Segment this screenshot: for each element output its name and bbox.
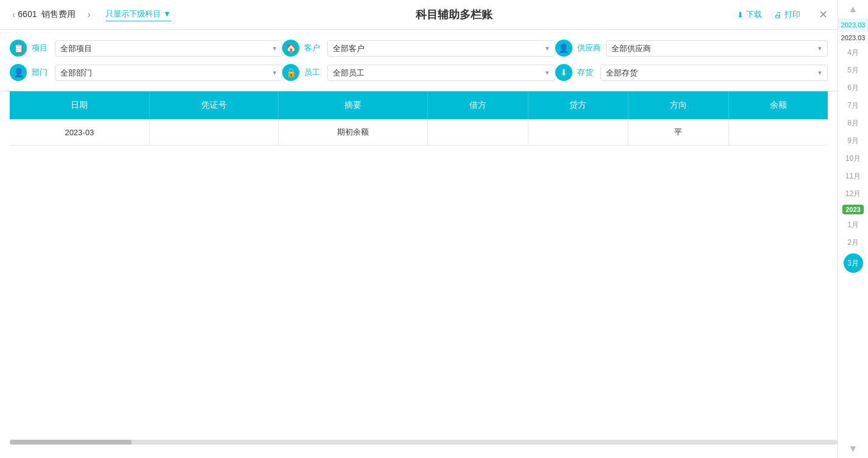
side-month-11[interactable]: 11月 <box>838 167 868 185</box>
cell-date: 2023-03 <box>10 119 149 146</box>
side-month-7[interactable]: 7月 <box>838 97 868 114</box>
supplier-filter: 👤 供应商 全部供应商 <box>555 36 828 60</box>
side-month-8[interactable]: 8月 <box>838 114 868 132</box>
download-icon: ⬇ <box>737 10 744 19</box>
side-month-2[interactable]: 2月 <box>838 234 868 252</box>
side-date-header[interactable]: 2023.03 <box>838 18 868 32</box>
download-btn[interactable]: ⬇ 下载 <box>737 9 762 20</box>
page-title: 科目辅助多栏账 <box>171 7 737 22</box>
col-summary: 摘要 <box>279 91 428 119</box>
col-direction: 方向 <box>628 91 729 119</box>
supplier-select[interactable]: 全部供应商 <box>606 40 828 57</box>
department-label: 部门 <box>32 67 50 78</box>
side-month-10[interactable]: 10月 <box>838 150 868 167</box>
department-filter: 👤 部门 全部部门 <box>10 60 282 85</box>
col-balance: 余额 <box>728 91 828 119</box>
project-label: 项目 <box>32 43 50 54</box>
side-panel: ▲ 2023.03 2023.03 4月 5月 6月 7月 8月 9月 10月 … <box>838 0 868 458</box>
cell-voucher <box>149 119 279 146</box>
prev-account-btn[interactable]: ‹ <box>10 9 18 20</box>
side-month-4[interactable]: 4月 <box>838 44 868 62</box>
download-label: 下载 <box>746 9 762 20</box>
employee-label: 员工 <box>304 67 322 78</box>
show-sub-arrow: ▼ <box>163 9 171 18</box>
inventory-select[interactable]: 全部存货 <box>600 65 828 81</box>
side-current-date[interactable]: 2023.03 <box>838 32 868 44</box>
scroll-thumb[interactable] <box>10 440 132 445</box>
customer-icon: 🏠 <box>282 40 299 57</box>
employee-icon: 🔒 <box>282 64 299 81</box>
inventory-filter: ⬇ 存货 全部存货 <box>555 60 828 85</box>
cell-debit <box>428 119 528 146</box>
side-down-btn[interactable]: ▼ <box>838 440 868 458</box>
employee-filter: 🔒 员工 全部员工 <box>282 60 555 85</box>
side-month-3-active[interactable]: 3月 <box>844 253 863 273</box>
show-sub-label: 只显示下级科目 <box>105 9 161 19</box>
print-label: 打印 <box>784 9 800 20</box>
customer-filter: 🏠 客户 全部客户 <box>282 36 555 60</box>
print-icon: 🖨 <box>774 10 782 19</box>
project-select[interactable]: 全部项目 <box>55 40 282 57</box>
inventory-label: 存货 <box>577 67 596 78</box>
supplier-label: 供应商 <box>577 43 601 54</box>
employee-select[interactable]: 全部员工 <box>327 65 555 81</box>
cell-balance <box>728 119 828 146</box>
cell-direction: 平 <box>628 119 729 146</box>
show-sub-filter[interactable]: 只显示下级科目 ▼ <box>105 9 171 21</box>
ledger-table: 日期 凭证号 摘要 借方 贷方 方向 余额 2023-03期初余额平 <box>10 91 828 146</box>
side-month-1[interactable]: 1月 <box>838 216 868 234</box>
next-account-btn[interactable]: › <box>85 9 93 20</box>
cell-summary: 期初余额 <box>279 119 428 146</box>
side-month-12[interactable]: 12月 <box>838 185 868 203</box>
horizontal-scrollbar[interactable] <box>10 440 838 445</box>
col-voucher: 凭证号 <box>149 91 279 119</box>
side-up-btn[interactable]: ▲ <box>838 0 868 18</box>
project-filter: 📋 项目 全部项目 <box>10 36 282 60</box>
side-month-6[interactable]: 6月 <box>838 79 868 97</box>
side-month-5[interactable]: 5月 <box>838 62 868 79</box>
inventory-icon: ⬇ <box>555 64 572 81</box>
year-badge: 2023 <box>842 205 863 214</box>
cell-credit <box>528 119 628 146</box>
side-month-9[interactable]: 9月 <box>838 132 868 150</box>
col-debit: 借方 <box>428 91 528 119</box>
customer-select[interactable]: 全部客户 <box>327 40 555 57</box>
department-select[interactable]: 全部部门 <box>55 65 282 81</box>
customer-label: 客户 <box>304 43 322 54</box>
department-icon: 👤 <box>10 64 27 81</box>
table-row[interactable]: 2023-03期初余额平 <box>10 119 828 146</box>
print-btn[interactable]: 🖨 打印 <box>774 9 800 20</box>
col-date: 日期 <box>10 91 149 119</box>
supplier-icon: 👤 <box>555 40 572 57</box>
col-credit: 贷方 <box>528 91 628 119</box>
close-btn[interactable]: ✕ <box>819 8 828 21</box>
project-icon: 📋 <box>10 40 27 57</box>
account-input[interactable] <box>18 10 85 19</box>
